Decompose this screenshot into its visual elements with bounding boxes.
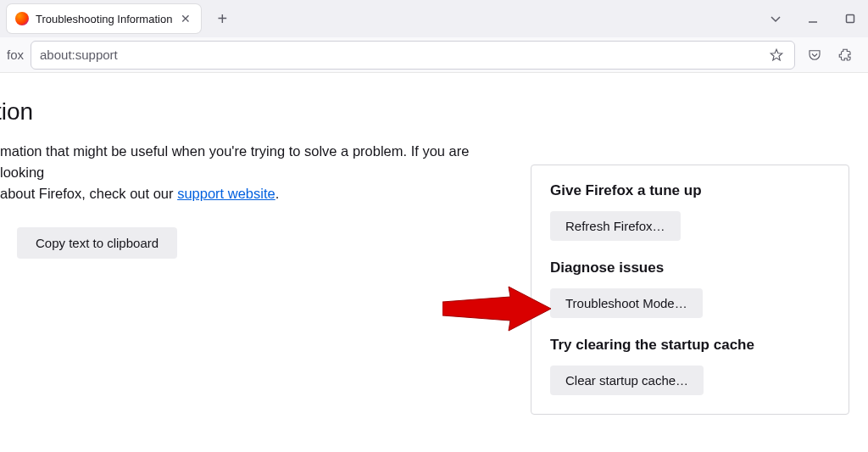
firefox-favicon	[15, 12, 29, 25]
toolbar: fox about:support	[0, 37, 868, 73]
maximize-button[interactable]	[839, 8, 861, 30]
url-text[interactable]: about:support	[40, 47, 767, 62]
refresh-firefox-button[interactable]: Refresh Firefox…	[550, 211, 681, 241]
minimize-button[interactable]	[802, 8, 824, 30]
intro-line2-prefix: about Firefox, check out our	[0, 186, 177, 201]
tab-title: Troubleshooting Information	[36, 13, 172, 25]
toolbar-right	[798, 46, 861, 64]
copy-text-button[interactable]: Copy text to clipboard	[17, 227, 177, 259]
page-content: tion mation that might be useful when yo…	[0, 73, 868, 452]
extensions-icon[interactable]	[836, 46, 854, 64]
svg-rect-1	[847, 15, 854, 23]
troubleshoot-mode-button[interactable]: Troubleshoot Mode…	[550, 288, 703, 318]
svg-marker-2	[771, 49, 782, 60]
diagnose-heading: Diagnose issues	[550, 259, 830, 276]
close-tab-icon[interactable]: ✕	[179, 12, 192, 25]
cache-heading: Try clearing the startup cache	[550, 337, 830, 354]
main-column: tion mation that might be useful when yo…	[0, 98, 509, 259]
tab-list-chevron-icon[interactable]	[765, 8, 787, 30]
url-prefix-fragment: fox	[7, 47, 27, 62]
pocket-icon[interactable]	[805, 46, 824, 64]
url-bar[interactable]: about:support	[31, 41, 795, 70]
clear-startup-cache-button[interactable]: Clear startup cache…	[550, 366, 704, 395]
intro-text: mation that might be useful when you're …	[0, 141, 509, 204]
page-title: tion	[0, 98, 509, 126]
tab-strip: Troubleshooting Information ✕ +	[0, 0, 868, 37]
side-panel: Give Firefox a tune up Refresh Firefox… …	[531, 165, 849, 415]
window-controls	[765, 0, 861, 37]
intro-line1: mation that might be useful when you're …	[0, 143, 469, 180]
new-tab-button[interactable]: +	[209, 6, 235, 31]
support-website-link[interactable]: support website	[177, 186, 275, 201]
browser-tab[interactable]: Troubleshooting Information ✕	[7, 4, 201, 33]
tuneup-heading: Give Firefox a tune up	[550, 182, 830, 199]
bookmark-star-icon[interactable]	[767, 46, 786, 64]
